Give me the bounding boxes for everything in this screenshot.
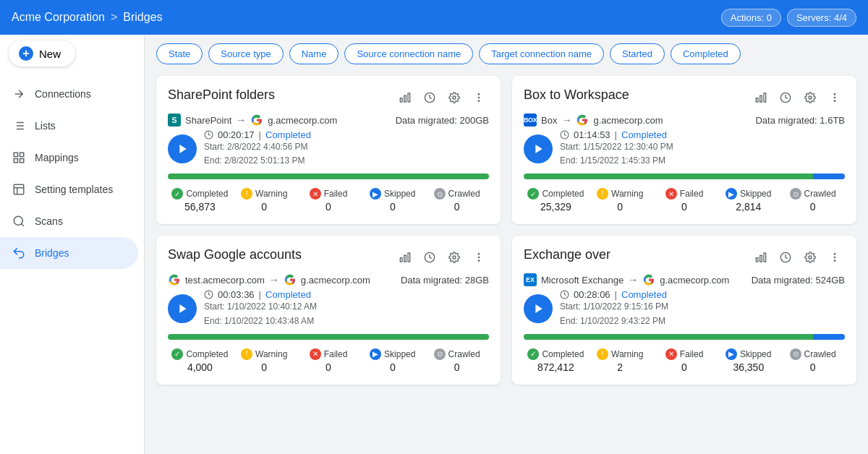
card-header: Swap Google accounts bbox=[168, 247, 489, 267]
failed-label: Failed bbox=[324, 189, 348, 199]
settings-icon[interactable] bbox=[444, 247, 464, 267]
arrow-icon: → bbox=[561, 114, 571, 126]
more-options-icon[interactable] bbox=[469, 247, 489, 267]
svg-rect-10 bbox=[14, 184, 24, 194]
sidebar: + New Connections Lists Mappings Sett bbox=[0, 35, 145, 454]
more-options-icon[interactable] bbox=[825, 87, 845, 108]
bar-chart-icon[interactable] bbox=[395, 247, 415, 267]
bar-chart-icon[interactable] bbox=[751, 247, 771, 267]
progress-blue bbox=[813, 334, 845, 340]
sidebar-item-scans[interactable]: Scans bbox=[0, 205, 138, 237]
filter-state[interactable]: State bbox=[156, 43, 203, 64]
warning-icon: ! bbox=[241, 188, 252, 200]
skipped-label: Skipped bbox=[740, 349, 771, 359]
bar-chart-icon[interactable] bbox=[395, 87, 415, 108]
google-icon bbox=[284, 273, 297, 286]
svg-point-49 bbox=[809, 256, 812, 259]
svg-rect-47 bbox=[756, 258, 758, 262]
stat-failed: ✕ Failed 0 bbox=[297, 348, 361, 373]
stat-warning: ! Warning 0 bbox=[232, 188, 297, 213]
google-icon bbox=[168, 273, 181, 286]
warning-label: Warning bbox=[611, 189, 643, 199]
svg-point-40 bbox=[478, 253, 480, 255]
svg-point-31 bbox=[834, 97, 836, 99]
play-button[interactable] bbox=[524, 294, 553, 323]
target-name: g.acmecorp.com bbox=[301, 275, 370, 286]
setting-templates-icon bbox=[12, 182, 26, 197]
settings-icon[interactable] bbox=[444, 87, 464, 108]
failed-value: 0 bbox=[326, 361, 331, 373]
crawled-label: Crawled bbox=[804, 349, 836, 359]
warning-value: 0 bbox=[261, 201, 267, 213]
sidebar-item-setting-templates[interactable]: Setting templates bbox=[0, 174, 138, 205]
failed-value: 0 bbox=[326, 201, 331, 213]
filter-target-connection-name[interactable]: Target connection name bbox=[479, 43, 604, 64]
filter-name[interactable]: Name bbox=[289, 43, 339, 64]
data-migrated: Data migrated: 200GB bbox=[396, 115, 489, 126]
history-icon[interactable] bbox=[420, 87, 440, 108]
filter-source-connection-name[interactable]: Source connection name bbox=[344, 43, 473, 64]
sidebar-item-bridges[interactable]: Bridges bbox=[0, 237, 138, 269]
new-button[interactable]: + New bbox=[9, 40, 75, 67]
filter-completed[interactable]: Completed bbox=[671, 43, 741, 64]
svg-point-20 bbox=[478, 93, 480, 95]
stats-row: ✓ Completed 4,000 ! Warning 0 ✕ Failed 0 bbox=[168, 348, 489, 373]
data-migrated: Data migrated: 28GB bbox=[401, 275, 489, 286]
bar-chart-icon[interactable] bbox=[751, 87, 771, 108]
progress-green bbox=[168, 334, 489, 340]
skipped-label: Skipped bbox=[384, 349, 415, 359]
card-source-row: test.acmecorp.com → g.acmecorp.com Data … bbox=[168, 273, 489, 286]
crawled-icon: ⊙ bbox=[434, 348, 446, 360]
failed-label: Failed bbox=[680, 349, 704, 359]
card-icons bbox=[751, 87, 845, 108]
completed-label: Completed bbox=[186, 189, 228, 199]
start-time: Start: 1/10/2022 10:40:12 AM bbox=[204, 300, 317, 314]
history-icon[interactable] bbox=[775, 247, 796, 267]
card-title: Swap Google accounts bbox=[168, 247, 302, 262]
box-icon: BOX bbox=[524, 113, 537, 127]
skipped-value: 0 bbox=[390, 361, 396, 373]
completed-icon: ✓ bbox=[527, 348, 539, 360]
history-icon[interactable] bbox=[420, 247, 440, 267]
play-button[interactable] bbox=[524, 134, 553, 163]
settings-icon[interactable] bbox=[800, 247, 820, 267]
sharepoint-icon: S bbox=[168, 113, 181, 127]
svg-rect-7 bbox=[20, 153, 24, 156]
sidebar-item-mappings[interactable]: Mappings bbox=[0, 142, 138, 174]
failed-icon: ✕ bbox=[665, 348, 677, 360]
svg-point-32 bbox=[834, 100, 836, 102]
stats-row: ✓ Completed 872,412 ! Warning 2 ✕ Failed… bbox=[524, 348, 845, 373]
settings-icon[interactable] bbox=[800, 87, 820, 108]
more-options-icon[interactable] bbox=[825, 247, 845, 267]
completed-value: 4,000 bbox=[187, 361, 213, 373]
sidebar-item-lists[interactable]: Lists bbox=[0, 110, 138, 142]
svg-point-39 bbox=[453, 256, 456, 259]
svg-point-50 bbox=[834, 253, 836, 255]
skipped-icon: ▶ bbox=[370, 348, 381, 360]
skipped-value: 36,350 bbox=[733, 361, 764, 373]
history-icon[interactable] bbox=[775, 87, 796, 108]
play-row: 00:03:36 | Completed Start: 1/10/2022 10… bbox=[168, 289, 489, 327]
sidebar-item-connections[interactable]: Connections bbox=[0, 78, 138, 110]
warning-label: Warning bbox=[611, 349, 643, 359]
breadcrumb: Acme Corporation > Bridges bbox=[12, 11, 163, 24]
breadcrumb-page: Bridges bbox=[123, 11, 162, 24]
skipped-icon: ▶ bbox=[726, 348, 737, 360]
filter-started[interactable]: Started bbox=[610, 43, 665, 64]
filter-source-type[interactable]: Source type bbox=[208, 43, 283, 64]
card-source-row: S SharePoint → g.acmecorp.com Data migra… bbox=[168, 113, 489, 127]
filter-bar: State Source type Name Source connection… bbox=[156, 43, 856, 64]
play-button[interactable] bbox=[168, 294, 197, 323]
start-time: Start: 2/8/2022 4:40:56 PM bbox=[204, 140, 311, 154]
more-options-icon[interactable] bbox=[469, 87, 489, 108]
play-button[interactable] bbox=[168, 134, 197, 163]
google-icon bbox=[576, 113, 589, 127]
card-icons bbox=[395, 247, 489, 267]
stat-warning: ! Warning 0 bbox=[588, 188, 652, 213]
play-row: 01:14:53 | Completed Start: 1/15/2022 12… bbox=[524, 129, 845, 168]
stat-warning: ! Warning 0 bbox=[232, 348, 297, 373]
progress-blue bbox=[813, 174, 845, 179]
target-name: g.acmecorp.com bbox=[593, 115, 663, 126]
status-label: Completed bbox=[265, 289, 311, 300]
source-name: Microsoft Exchange bbox=[541, 275, 624, 286]
